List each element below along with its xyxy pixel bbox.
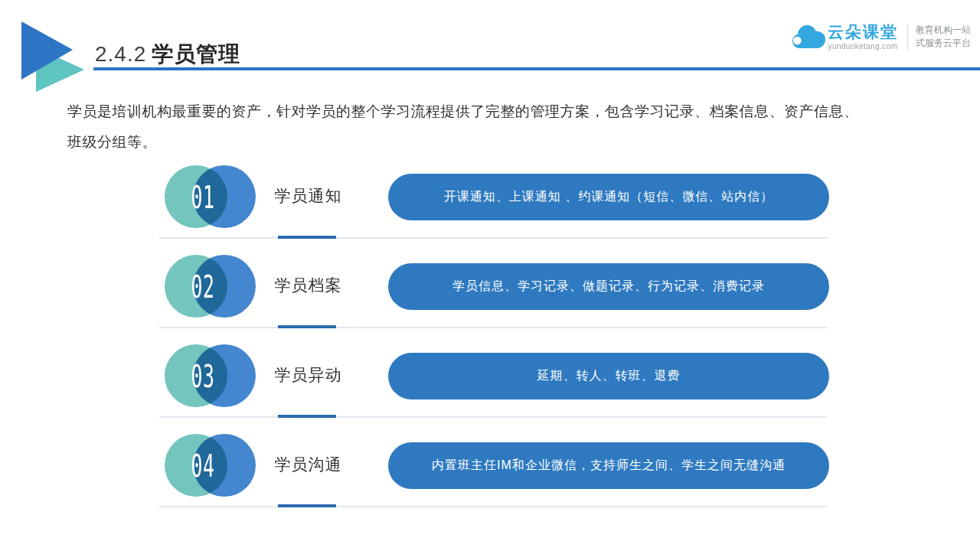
- feature-row-2: 02 学员档案 学员信息、学习记录、做题记录、行为记录、消费记录: [153, 243, 829, 332]
- feature-row-1: 01 学员通知 开课通知、上课通知 、约课通知（短信、微信、站内信）: [153, 153, 829, 243]
- feature-row-3: 03 学员异动 延期、转人、转班、退费: [153, 332, 829, 422]
- row-divider: [159, 506, 827, 507]
- row-description-pill: 内置班主任IM和企业微信，支持师生之间、学生之间无缝沟通: [388, 442, 829, 489]
- brand-name: 云朵课堂: [828, 23, 898, 41]
- row-label: 学员沟通: [260, 422, 356, 507]
- row-description-pill: 开课通知、上课通知 、约课通知（短信、微信、站内信）: [388, 174, 829, 220]
- cloud-icon: [790, 23, 825, 51]
- row-label: 学员异动: [260, 332, 356, 418]
- row-divider-accent: [278, 504, 336, 507]
- row-number: 03: [181, 360, 224, 393]
- row-divider: [159, 416, 827, 418]
- row-divider-accent: [278, 325, 336, 328]
- row-label: 学员通知: [260, 153, 356, 239]
- intro-paragraph: 学员是培训机构最重要的资产，针对学员的整个学习流程提供了完整的管理方案，包含学习…: [67, 96, 933, 158]
- row-divider-accent: [278, 415, 336, 418]
- row-description-pill: 学员信息、学习记录、做题记录、行为记录、消费记录: [388, 263, 829, 310]
- row-description-pill: 延期、转人、转班、退费: [388, 353, 829, 399]
- brand-logo: 云朵课堂 yunduoketang.com 教育机构一站 式服务云平台: [790, 23, 971, 51]
- row-divider-accent: [278, 236, 336, 239]
- feature-row-4: 04 学员沟通 内置班主任IM和企业微信，支持师生之间、学生之间无缝沟通: [153, 422, 829, 511]
- row-label: 学员档案: [260, 243, 356, 328]
- title-underline: [93, 67, 980, 70]
- section-number: 2.4.2: [95, 42, 146, 66]
- row-divider: [159, 237, 827, 239]
- slide: 2.4.2学员管理 云朵课堂 yunduoketang.com 教育机构一站 式…: [0, 0, 980, 551]
- row-number: 02: [181, 271, 224, 303]
- row-number: 01: [181, 181, 224, 214]
- feature-list: 01 学员通知 开课通知、上课通知 、约课通知（短信、微信、站内信） 02 学员…: [153, 153, 829, 511]
- brand-website: yunduoketang.com: [828, 42, 898, 51]
- page-title: 2.4.2学员管理: [95, 40, 240, 69]
- brand-tagline: 教育机构一站 式服务云平台: [916, 24, 971, 50]
- row-divider: [159, 327, 827, 328]
- triangles-icon: [8, 8, 96, 96]
- title-text: 学员管理: [152, 42, 240, 66]
- row-number: 04: [181, 450, 224, 482]
- brand-divider: [907, 24, 908, 50]
